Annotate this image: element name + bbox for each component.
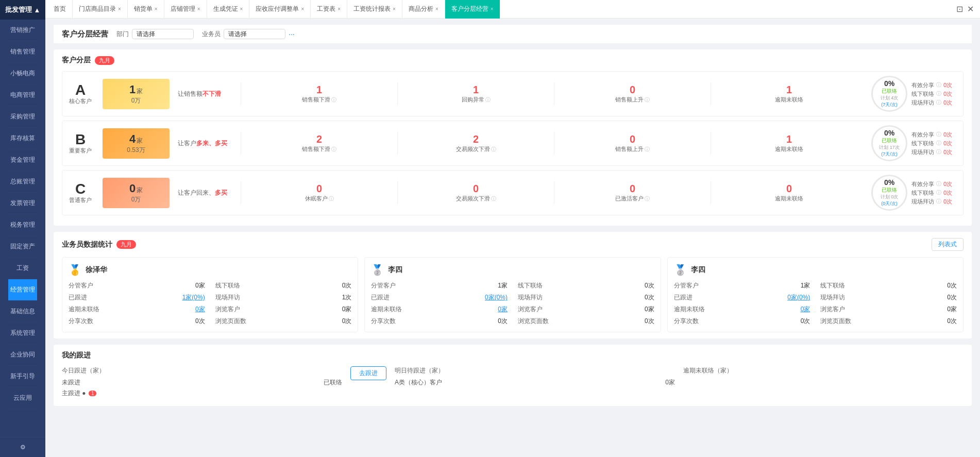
- tab-ar_adjust[interactable]: 应收应付调整单×: [249, 0, 311, 19]
- tier-label-C: C普通客户: [62, 182, 98, 204]
- side-stat-label-C-2: 现场拜访: [911, 198, 934, 206]
- biz-stat-value-2-2[interactable]: 0家(0%): [787, 293, 810, 302]
- sidebar-item-jingying[interactable]: 经营管理: [8, 279, 37, 301]
- tab-store_mgmt[interactable]: 店铺管理×: [164, 0, 207, 19]
- today-row2-label: 主跟进 ● 1: [62, 389, 96, 398]
- tier-count-block-A: 1 家 0万: [103, 79, 170, 109]
- tier-stat-label-C-1: 交易频次下滑ⓘ: [456, 195, 496, 202]
- sidebar-item-xinshou[interactable]: 新手引导: [8, 366, 37, 387]
- window-restore-icon[interactable]: ⊡: [956, 4, 963, 14]
- tier-side-stat-A-2: 现场拜访 ⓘ 0次: [911, 99, 959, 107]
- tab-sale_order[interactable]: 销货单×: [128, 0, 164, 19]
- tier-action-B: 让客户多来、多买: [174, 139, 241, 148]
- tier-circle-link-C[interactable]: (0天/次): [881, 200, 898, 207]
- tab-payroll[interactable]: 工资表×: [311, 0, 347, 19]
- tab-close-store_goods[interactable]: ×: [118, 6, 121, 12]
- today-badge: 1: [89, 391, 97, 396]
- sidebar-item-yun[interactable]: 云应用: [8, 387, 37, 409]
- sidebar-item-xiaoshou[interactable]: 销售管理: [8, 41, 37, 63]
- sidebar-item-dianshang[interactable]: 电商管理: [8, 84, 37, 106]
- tier-circle-A: 0% 已联络 计划 4次 (7天/次): [871, 76, 907, 112]
- tab-close-payroll_report[interactable]: ×: [393, 6, 396, 12]
- tab-goods_analysis[interactable]: 商品分析×: [402, 0, 445, 19]
- tab-home[interactable]: 首页: [47, 0, 73, 19]
- page-header: 客户分层经营 部门 请选择 业务员 请选择 ···: [54, 25, 972, 43]
- sidebar-item-xitong[interactable]: 系统管理: [8, 323, 37, 344]
- biz-card-1: 🥈 李四 分管客户 1家 线下联络 0次 已跟进 0家(0%) 现场拜访 0次 …: [364, 257, 661, 332]
- biz-stat-value-0-4[interactable]: 0家: [195, 305, 205, 314]
- sidebar-item-yingxiao[interactable]: 营销推广: [8, 20, 37, 41]
- sidebar-item-zhangzhang[interactable]: 总账管理: [8, 171, 37, 193]
- sidebar-item-gudingzichan[interactable]: 固定资产: [8, 236, 37, 258]
- sidebar-item-fapiao[interactable]: 发票管理: [8, 193, 37, 214]
- biz-stat-value-2-3: 0次: [947, 293, 957, 302]
- sidebar-top[interactable]: 批发管理 ▲: [0, 0, 45, 20]
- biz-month-badge: 九月: [116, 240, 136, 249]
- settings-button[interactable]: ⚙: [0, 437, 45, 457]
- biz-stat-row-0-5: 浏览客户 0家: [215, 305, 352, 314]
- more-filter-icon[interactable]: ···: [289, 30, 295, 38]
- tier-stat-C-2: 0 已激活客户ⓘ: [554, 181, 711, 205]
- tab-store_goods[interactable]: 门店商品目录×: [73, 0, 128, 19]
- list-view-button[interactable]: 列表式: [932, 238, 964, 251]
- side-stat-num-C-1: 0次: [943, 189, 952, 197]
- sidebar-item-caigou[interactable]: 采购管理: [8, 106, 37, 128]
- sidebar-item-shuiwu[interactable]: 税务管理: [8, 214, 37, 236]
- tier-label-A: A核心客户: [62, 83, 98, 105]
- biz-stat-value-0-1: 0次: [342, 281, 352, 290]
- tomorrow-col-title: 明日待跟进（家）: [395, 366, 675, 375]
- biz-stat-row-0-3: 现场拜访 1次: [215, 293, 352, 302]
- biz-stat-value-1-2[interactable]: 0家(0%): [485, 293, 508, 302]
- tier-circle-label-B: 已联络: [882, 137, 897, 144]
- biz-stat-value-1-3: 0次: [645, 293, 654, 302]
- biz-stats-section: 业务员数据统计 九月 列表式 🥇 徐泽华 分管客户 0家 线下联络 0次 已跟进…: [54, 232, 972, 338]
- sidebar-item-xiaodian[interactable]: 小畅电商: [8, 63, 37, 84]
- tier-side-stat-C-2: 现场拜访 ⓘ 0次: [911, 198, 959, 206]
- tier-stat-num-B-3: 1: [786, 133, 792, 145]
- dept-select[interactable]: 请选择: [132, 29, 194, 39]
- tab-payroll_report[interactable]: 工资统计报表×: [347, 0, 402, 19]
- tier-count-block-C: 0 家 0万: [103, 178, 170, 208]
- biz-stat-value-1-4[interactable]: 0家: [498, 305, 508, 314]
- overdue-col-title: 逾期未联络（家）: [683, 366, 964, 375]
- tier-circle-link-B[interactable]: (7天/次): [881, 151, 898, 158]
- biz-stat-label-1-1: 线下联络: [518, 281, 543, 290]
- side-stat-num-A-2: 0次: [943, 99, 952, 107]
- tab-close-customer_tier[interactable]: ×: [491, 6, 494, 12]
- tab-close-store_mgmt[interactable]: ×: [197, 6, 200, 12]
- tab-customer_tier[interactable]: 客户分层经营×: [445, 0, 500, 19]
- sidebar-item-kucun[interactable]: 库存核算: [8, 128, 37, 149]
- info-icon: ⓘ: [485, 96, 491, 104]
- tier-stat-num-A-0: 1: [316, 84, 322, 96]
- tab-close-ar_adjust[interactable]: ×: [301, 6, 304, 12]
- tier-circle-label-C: 已联络: [882, 187, 897, 194]
- tab-voucher[interactable]: 生成凭证×: [207, 0, 250, 19]
- biz-stat-value-2-4[interactable]: 0家: [801, 305, 810, 314]
- biz-stats-header: 业务员数据统计 九月 列表式: [62, 238, 964, 251]
- window-close-icon[interactable]: ✕: [967, 4, 974, 14]
- biz-stat-value-1-1: 0次: [645, 281, 654, 290]
- tier-stat-C-1: 0 交易频次下滑ⓘ: [397, 181, 554, 205]
- tab-close-goods_analysis[interactable]: ×: [435, 6, 438, 12]
- sales-select[interactable]: 请选择: [224, 29, 285, 39]
- biz-stat-label-0-0: 分管客户: [69, 281, 93, 290]
- sidebar-item-zijin[interactable]: 资金管理: [8, 149, 37, 171]
- side-stat-info-B-0: ⓘ: [936, 131, 941, 138]
- tier-stat-num-A-2: 0: [630, 84, 635, 96]
- today-followup-col: 今日跟进（家） 未跟进 已联络 主跟进 ● 1: [62, 366, 342, 400]
- tier-action-highlight-B: 多来、多买: [196, 140, 227, 147]
- tab-close-voucher[interactable]: ×: [240, 6, 243, 12]
- biz-card-grid-1: 分管客户 1家 线下联络 0次 已跟进 0家(0%) 现场拜访 0次 逾期未联络…: [371, 281, 654, 326]
- tab-label-customer_tier: 客户分层经营: [451, 5, 488, 13]
- sidebar-item-jichu[interactable]: 基础信息: [8, 301, 37, 323]
- sidebar-item-qiye[interactable]: 企业协同: [8, 344, 37, 366]
- biz-stat-value-0-2[interactable]: 1家(0%): [182, 293, 205, 302]
- tier-circle-link-A[interactable]: (7天/次): [881, 101, 898, 108]
- side-stat-label-C-0: 有效分享: [911, 180, 934, 188]
- tab-label-home: 首页: [54, 5, 66, 13]
- tab-close-sale_order[interactable]: ×: [155, 6, 158, 12]
- tomorrow-row-1: A类（核心）客户 0家: [395, 378, 675, 387]
- goto-followup-button[interactable]: 去跟进: [350, 366, 386, 380]
- sidebar-item-gongzi[interactable]: 工资: [8, 258, 37, 279]
- tab-close-payroll[interactable]: ×: [337, 6, 341, 12]
